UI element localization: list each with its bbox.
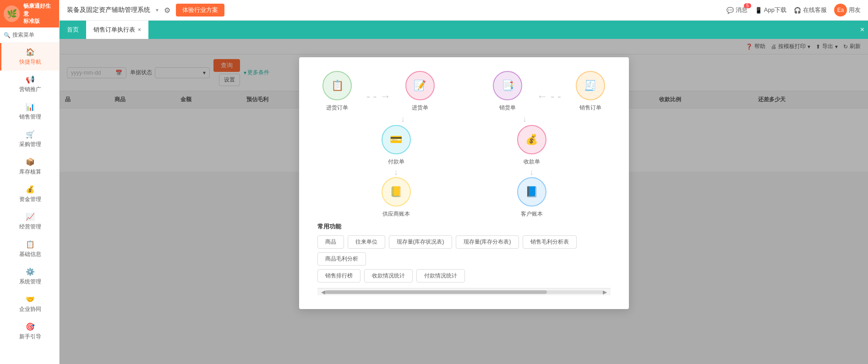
inventory-icon: 📦 <box>26 158 35 166</box>
sidebar-item-newcomer[interactable]: 🎯 新手引导 <box>0 318 59 345</box>
sidebar-item-inventory[interactable]: 📦 库存核算 <box>0 153 59 180</box>
system-icon: ⚙️ <box>26 267 35 276</box>
sidebar-item-purchase[interactable]: 🛒 采购管理 <box>0 125 59 153</box>
service-icon: 🎧 <box>794 7 801 14</box>
sales-bill-icon: 📑 <box>493 71 522 100</box>
flow-node-sales-bill[interactable]: 📑 销货单 <box>493 71 522 112</box>
online-service-button[interactable]: 🎧 在线客服 <box>794 6 827 14</box>
sales-order-icon: 🧾 <box>576 71 605 100</box>
scroll-track[interactable] <box>325 290 603 294</box>
content-area: ❓ 帮助 🖨 按模板打印 ▾ ⬆ 导出 ▾ ↻ 刷新 <box>60 39 868 364</box>
flow-node-sales-order[interactable]: 🧾 销售订单 <box>576 71 605 112</box>
avatar: Ea <box>834 4 847 16</box>
arrow-sales-order-to-bill: ← - - <box>537 90 561 112</box>
common-functions: 常用功能 商品 往来单位 现存量(库存状况表) 现存量(库存分布表) 销售毛利分… <box>317 223 611 283</box>
tabbar: 首页 销售订单执行表 × × <box>60 21 868 39</box>
purchase-bill-icon: 📝 <box>405 71 435 100</box>
func-btn-payment-stats[interactable]: 付款情况统计 <box>416 269 465 283</box>
flow-node-purchase-bill[interactable]: 📝 进货单 <box>405 71 435 112</box>
arrow-down-purchase: ↓ <box>388 114 418 124</box>
sidebar-item-finance[interactable]: 💰 资金管理 <box>0 180 59 208</box>
message-button[interactable]: 💬 消息 5 <box>726 6 748 14</box>
sidebar-item-basic-info[interactable]: 📋 基础信息 <box>0 235 59 263</box>
scroll-right-icon[interactable]: ▶ <box>603 289 607 295</box>
topbar: 装备及固定资产辅助管理系统 ▾ ⚙ 体验行业方案 💬 消息 5 📱 App下载 … <box>60 0 868 21</box>
sidebar-search[interactable]: 🔍 搜索菜单 <box>0 27 59 43</box>
sidebar-item-system[interactable]: ⚙️ 系统管理 <box>0 263 59 290</box>
purchase-order-icon: 📋 <box>322 71 352 100</box>
receipt-icon: 💰 <box>517 125 546 154</box>
modal: 📋 进货订单 - - → 📝 进货单 <box>299 57 629 309</box>
logo-icon: 🌿 <box>4 5 20 22</box>
sidebar: 🌿 畅康通好生意 标准版 🔍 搜索菜单 🏠 快捷导航 📢 营销推广 📊 销售管理 <box>0 0 60 364</box>
func-btn-goods[interactable]: 商品 <box>317 235 344 249</box>
app-icon: 📱 <box>755 7 762 14</box>
finance-icon: 💰 <box>26 185 35 194</box>
arrow-purchase-order-to-bill: - - → <box>366 90 391 112</box>
modal-overlay[interactable]: 📋 进货订单 - - → 📝 进货单 <box>60 39 868 364</box>
customer-account-icon: 📘 <box>517 177 546 206</box>
marketing-icon: 📢 <box>26 75 35 84</box>
func-btn-collection-stats[interactable]: 收款情况统计 <box>364 269 413 283</box>
flow-node-purchase-order[interactable]: 📋 进货订单 <box>322 71 352 112</box>
newcomer-icon: 🎯 <box>26 322 35 331</box>
message-icon: 💬 <box>726 7 734 14</box>
payment-icon: 💳 <box>382 125 411 154</box>
app-download-button[interactable]: 📱 App下载 <box>755 6 786 14</box>
sidebar-item-sales[interactable]: 📊 销售管理 <box>0 98 59 125</box>
func-btn-trading-unit[interactable]: 往来单位 <box>348 235 385 249</box>
spacer2 <box>567 114 596 124</box>
func-btn-sales-ranking[interactable]: 销售排行榜 <box>317 269 360 283</box>
function-buttons-row2: 销售排行榜 收款情况统计 付款情况统计 <box>317 269 611 283</box>
scroll-thumb <box>325 290 547 294</box>
user-button[interactable]: Ea 用友 <box>834 4 861 16</box>
enterprise-icon: 🤝 <box>26 295 35 304</box>
topbar-right: 💬 消息 5 📱 App下载 🎧 在线客服 Ea 用友 <box>726 4 861 16</box>
function-buttons-row1: 商品 往来单位 现存量(库存状况表) 现存量(库存分布表) 销售毛利分析表 商品… <box>317 235 611 266</box>
sales-icon: 📊 <box>26 103 35 111</box>
flow-node-receipt[interactable]: 💰 收款单 <box>517 125 546 166</box>
scroll-left-icon[interactable]: ◀ <box>321 289 325 295</box>
sidebar-item-quick-guide[interactable]: 🏠 快捷导航 <box>0 43 59 71</box>
func-btn-goods-margin[interactable]: 商品毛利分析 <box>317 252 366 266</box>
search-icon: 🔍 <box>4 32 11 38</box>
message-badge: 5 <box>744 3 751 8</box>
experience-button[interactable]: 体验行业方案 <box>176 4 224 16</box>
main-area: 装备及固定资产辅助管理系统 ▾ ⚙ 体验行业方案 💬 消息 5 📱 App下载 … <box>60 0 868 364</box>
func-btn-stock-dist[interactable]: 现存量(库存分布表) <box>456 235 519 249</box>
logo-text: 畅康通好生意 标准版 <box>23 2 55 25</box>
sidebar-item-marketing[interactable]: 📢 营销推广 <box>0 71 59 98</box>
gear-icon[interactable]: ⚙ <box>164 6 170 15</box>
flow-node-supplier-account[interactable]: 📒 供应商账本 <box>382 177 411 218</box>
tab-sales-order[interactable]: 销售订单执行表 × <box>86 21 148 39</box>
tab-close-icon[interactable]: × <box>138 27 141 33</box>
common-functions-title: 常用功能 <box>317 223 611 231</box>
modal-content: 📋 进货订单 - - → 📝 进货单 <box>299 57 629 309</box>
spacer1 <box>331 114 360 124</box>
flow-node-customer-account[interactable]: 📘 客户账本 <box>517 177 546 218</box>
operation-icon: 📈 <box>26 212 35 221</box>
supplier-account-icon: 📒 <box>382 177 411 206</box>
tab-home[interactable]: 首页 <box>60 21 86 39</box>
sidebar-logo: 🌿 畅康通好生意 标准版 <box>0 0 59 27</box>
system-name: 装备及固定资产辅助管理系统 <box>67 6 150 14</box>
tab-close-global-icon[interactable]: × <box>860 26 864 34</box>
basic-info-icon: 📋 <box>26 240 35 249</box>
arrow-down-payment: ↓ <box>382 168 411 177</box>
scroll-indicator: ◀ ▶ <box>317 288 611 295</box>
dropdown-icon[interactable]: ▾ <box>156 7 158 13</box>
sidebar-item-enterprise[interactable]: 🤝 企业协同 <box>0 290 59 318</box>
purchase-icon: 🛒 <box>26 130 35 139</box>
sidebar-item-operation[interactable]: 📈 经营管理 <box>0 208 59 235</box>
sidebar-nav: 🏠 快捷导航 📢 营销推广 📊 销售管理 🛒 采购管理 📦 库存核算 💰 <box>0 43 59 364</box>
arrow-down-sales: ↓ <box>510 114 539 124</box>
func-btn-sales-margin[interactable]: 销售毛利分析表 <box>523 235 577 249</box>
arrow-down-receipt: ↓ <box>517 168 546 177</box>
home-icon: 🏠 <box>26 48 35 56</box>
func-btn-stock-status[interactable]: 现存量(库存状况表) <box>389 235 452 249</box>
flow-node-payment[interactable]: 💳 付款单 <box>382 125 411 166</box>
